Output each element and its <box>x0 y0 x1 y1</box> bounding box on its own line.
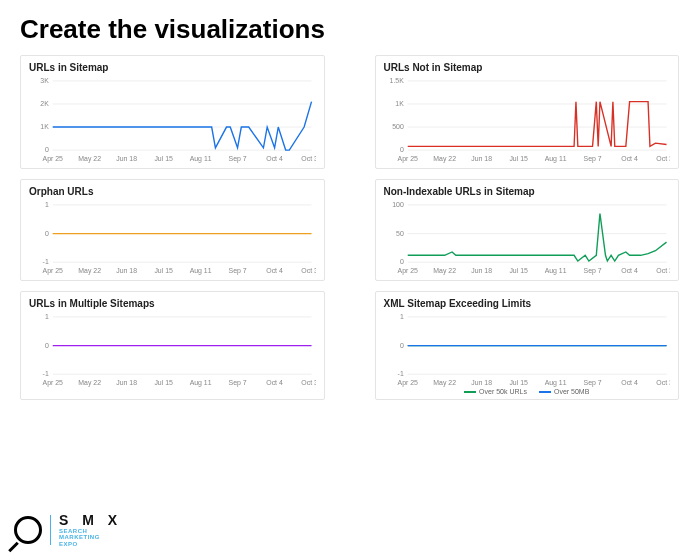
svg-text:Oct 31: Oct 31 <box>301 267 315 274</box>
chart-card-urls_not_in_sitemap: URLs Not in Sitemap05001K1.5KApr 25May 2… <box>375 55 680 169</box>
svg-text:Jun 18: Jun 18 <box>471 267 492 274</box>
svg-text:100: 100 <box>392 201 404 208</box>
svg-text:Oct 31: Oct 31 <box>656 379 670 386</box>
divider <box>50 515 51 545</box>
svg-text:0: 0 <box>399 342 403 349</box>
chart-plot: -101Apr 25May 22Jun 18Jul 15Aug 11Sep 7O… <box>29 199 316 276</box>
svg-text:Jun 18: Jun 18 <box>471 379 492 386</box>
svg-text:1K: 1K <box>395 100 404 107</box>
svg-text:Oct 4: Oct 4 <box>266 379 283 386</box>
svg-text:1: 1 <box>399 313 403 320</box>
svg-text:Sep 7: Sep 7 <box>583 267 601 275</box>
chart-title: URLs in Multiple Sitemaps <box>29 298 316 309</box>
svg-text:Oct 4: Oct 4 <box>621 379 638 386</box>
chart-plot: -101Apr 25May 22Jun 18Jul 15Aug 11Sep 7O… <box>384 311 671 388</box>
svg-text:May 22: May 22 <box>433 155 456 163</box>
svg-text:May 22: May 22 <box>78 267 101 275</box>
svg-text:Apr 25: Apr 25 <box>43 379 64 387</box>
svg-text:Sep 7: Sep 7 <box>583 155 601 163</box>
svg-text:Aug 11: Aug 11 <box>190 267 212 275</box>
chart-plot: 050100Apr 25May 22Jun 18Jul 15Aug 11Sep … <box>384 199 671 276</box>
chart-legend: Over 50k URLsOver 50MB <box>384 388 671 395</box>
svg-text:Apr 25: Apr 25 <box>397 155 418 163</box>
chart-title: Non-Indexable URLs in Sitemap <box>384 186 671 197</box>
svg-text:2K: 2K <box>40 100 49 107</box>
svg-text:1: 1 <box>45 313 49 320</box>
svg-text:Jul 15: Jul 15 <box>509 155 528 162</box>
svg-text:Oct 4: Oct 4 <box>621 155 638 162</box>
svg-text:May 22: May 22 <box>433 267 456 275</box>
svg-text:Sep 7: Sep 7 <box>583 379 601 387</box>
svg-text:Jul 15: Jul 15 <box>154 379 173 386</box>
svg-text:May 22: May 22 <box>78 155 101 163</box>
chart-plot: 05001K1.5KApr 25May 22Jun 18Jul 15Aug 11… <box>384 75 671 164</box>
chart-title: URLs Not in Sitemap <box>384 62 671 73</box>
brand-short: S M X <box>59 513 122 528</box>
svg-text:Jul 15: Jul 15 <box>154 267 173 274</box>
svg-text:1K: 1K <box>40 123 49 130</box>
svg-text:1.5K: 1.5K <box>389 77 404 84</box>
svg-text:Oct 31: Oct 31 <box>301 155 315 162</box>
svg-text:-1: -1 <box>43 370 49 377</box>
chart-card-orphan_urls: Orphan URLs-101Apr 25May 22Jun 18Jul 15A… <box>20 179 325 281</box>
chart-card-non_indexable: Non-Indexable URLs in Sitemap050100Apr 2… <box>375 179 680 281</box>
svg-text:Aug 11: Aug 11 <box>190 155 212 163</box>
chart-title: URLs in Sitemap <box>29 62 316 73</box>
svg-text:1: 1 <box>45 201 49 208</box>
brand-tag3: EXPO <box>59 541 122 547</box>
legend-swatch-icon <box>464 391 476 393</box>
svg-text:Jun 18: Jun 18 <box>471 155 492 162</box>
legend-swatch-icon <box>539 391 551 393</box>
svg-text:Jun 18: Jun 18 <box>116 379 137 386</box>
svg-text:Oct 4: Oct 4 <box>266 155 283 162</box>
svg-text:0: 0 <box>45 146 49 153</box>
svg-text:0: 0 <box>399 258 403 265</box>
svg-text:Aug 11: Aug 11 <box>544 379 566 387</box>
legend-item: Over 50k URLs <box>464 388 527 395</box>
svg-text:Apr 25: Apr 25 <box>397 379 418 387</box>
svg-text:-1: -1 <box>397 370 403 377</box>
svg-text:Jul 15: Jul 15 <box>509 267 528 274</box>
svg-text:May 22: May 22 <box>78 379 101 387</box>
legend-label: Over 50k URLs <box>479 388 527 395</box>
svg-text:Oct 31: Oct 31 <box>656 155 670 162</box>
svg-text:Oct 31: Oct 31 <box>301 379 315 386</box>
svg-text:Sep 7: Sep 7 <box>229 267 247 275</box>
chart-title: Orphan URLs <box>29 186 316 197</box>
svg-text:Aug 11: Aug 11 <box>190 379 212 387</box>
svg-text:0: 0 <box>45 342 49 349</box>
svg-text:Oct 4: Oct 4 <box>266 267 283 274</box>
svg-text:0: 0 <box>45 229 49 236</box>
svg-text:-1: -1 <box>43 258 49 265</box>
svg-text:Sep 7: Sep 7 <box>229 379 247 387</box>
chart-grid: URLs in Sitemap01K2K3KApr 25May 22Jun 18… <box>0 51 699 408</box>
svg-text:500: 500 <box>392 123 404 130</box>
footer-branding: S M X SEARCH MARKETING EXPO <box>14 513 122 547</box>
svg-text:Aug 11: Aug 11 <box>544 267 566 275</box>
svg-text:May 22: May 22 <box>433 379 456 387</box>
legend-item: Over 50MB <box>539 388 589 395</box>
svg-text:Jul 15: Jul 15 <box>509 379 528 386</box>
svg-text:Oct 4: Oct 4 <box>621 267 638 274</box>
chart-title: XML Sitemap Exceeding Limits <box>384 298 671 309</box>
svg-text:Aug 11: Aug 11 <box>544 155 566 163</box>
svg-text:Jun 18: Jun 18 <box>116 267 137 274</box>
svg-text:Jun 18: Jun 18 <box>116 155 137 162</box>
svg-text:Apr 25: Apr 25 <box>397 267 418 275</box>
svg-text:Sep 7: Sep 7 <box>229 155 247 163</box>
svg-text:50: 50 <box>396 229 404 236</box>
chart-card-multiple_sitemaps: URLs in Multiple Sitemaps-101Apr 25May 2… <box>20 291 325 400</box>
svg-text:Jul 15: Jul 15 <box>154 155 173 162</box>
magnifier-icon <box>14 516 42 544</box>
svg-text:Oct 31: Oct 31 <box>656 267 670 274</box>
svg-text:3K: 3K <box>40 77 49 84</box>
chart-plot: -101Apr 25May 22Jun 18Jul 15Aug 11Sep 7O… <box>29 311 316 388</box>
svg-text:0: 0 <box>399 146 403 153</box>
legend-label: Over 50MB <box>554 388 589 395</box>
chart-card-urls_in_sitemap: URLs in Sitemap01K2K3KApr 25May 22Jun 18… <box>20 55 325 169</box>
brand-block: S M X SEARCH MARKETING EXPO <box>59 513 122 547</box>
chart-card-exceeding_limits: XML Sitemap Exceeding Limits-101Apr 25Ma… <box>375 291 680 400</box>
chart-plot: 01K2K3KApr 25May 22Jun 18Jul 15Aug 11Sep… <box>29 75 316 164</box>
svg-text:Apr 25: Apr 25 <box>43 267 64 275</box>
svg-text:Apr 25: Apr 25 <box>43 155 64 163</box>
